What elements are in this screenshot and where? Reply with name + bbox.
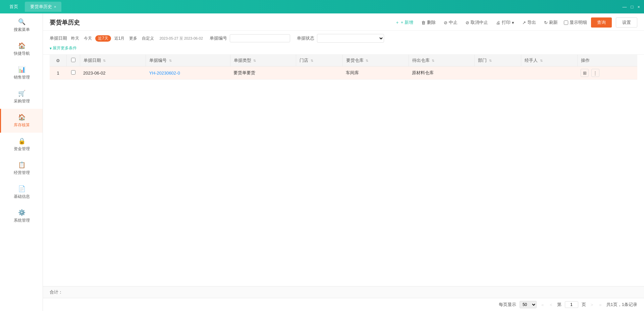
doc-number-filter-group: 单据编号 bbox=[210, 34, 290, 42]
sidebar-item-inventory[interactable]: 🏠 库存核算 bbox=[0, 109, 43, 133]
cancel-stop-button[interactable]: ⊘ 取消中止 bbox=[464, 18, 490, 27]
table-header-row: ⚙ 单据日期 ⇅ 单据编号 ⇅ bbox=[50, 55, 637, 66]
sidebar-item-purchase[interactable]: 🛒 采购管理 bbox=[0, 85, 43, 109]
col-department-sort-icon[interactable]: ⇅ bbox=[489, 59, 492, 62]
col-req-warehouse-sort-icon[interactable]: ⇅ bbox=[366, 59, 368, 62]
col-doc-date-label: 单据日期 bbox=[84, 58, 101, 63]
stop-button[interactable]: ⊘ 中止 bbox=[442, 18, 460, 27]
sidebar-item-finance[interactable]: 🔒 资金管理 bbox=[0, 133, 43, 157]
sidebar-item-search-menu-label: 搜索菜单 bbox=[14, 27, 30, 33]
refresh-label: 刷新 bbox=[549, 19, 558, 26]
date-today[interactable]: 今天 bbox=[83, 35, 93, 42]
col-doc-type-sort-icon[interactable]: ⇅ bbox=[253, 59, 256, 62]
filter-row-1: 单据日期 昨天 今天 近7天 近1月 更多 自定义 2023-05-27 至 2… bbox=[50, 34, 637, 43]
date-week[interactable]: 近7天 bbox=[95, 35, 111, 42]
doc-status-select[interactable] bbox=[317, 34, 384, 43]
page-size-select[interactable]: 10 20 50 100 bbox=[520, 301, 537, 308]
doc-number-label: 单据编号 bbox=[210, 35, 227, 41]
col-handler-sort-icon[interactable]: ⇅ bbox=[540, 59, 543, 62]
sidebar-item-quick-nav-label: 快捷导航 bbox=[14, 51, 30, 56]
col-req-warehouse: 要货仓库 ⇅ bbox=[342, 55, 409, 66]
refresh-button[interactable]: ↻ 刷新 bbox=[542, 18, 560, 27]
sidebar-item-search-menu[interactable]: 🔍 搜索菜单 bbox=[0, 13, 43, 37]
page-number-input[interactable] bbox=[565, 301, 578, 308]
new-button[interactable]: ＋ + 新增 bbox=[393, 18, 415, 27]
sidebar-item-operations[interactable]: 📋 经营管理 bbox=[0, 157, 43, 180]
row-view-btn[interactable]: ⊞ bbox=[581, 69, 589, 77]
date-yesterday[interactable]: 昨天 bbox=[70, 35, 80, 42]
sidebar-item-sales[interactable]: 📊 销售管理 bbox=[0, 61, 43, 85]
col-department-label: 部门 bbox=[478, 58, 487, 63]
row-more-btn[interactable]: ⋮ bbox=[591, 69, 599, 77]
basic-info-icon: 📄 bbox=[18, 185, 25, 192]
tab-home[interactable]: 首页 bbox=[4, 2, 23, 12]
cancel-stop-icon: ⊘ bbox=[466, 20, 469, 25]
sidebar-item-quick-nav[interactable]: 🏠 快捷导航 bbox=[0, 37, 43, 61]
sidebar-item-basic-info[interactable]: 📄 基础信息 bbox=[0, 180, 43, 204]
row-handler bbox=[521, 66, 577, 80]
tab-active[interactable]: 要货单历史 × bbox=[25, 2, 61, 12]
display-detail-toggle[interactable]: 显示明细 bbox=[564, 19, 587, 26]
filter-area: 单据日期 昨天 今天 近7天 近1月 更多 自定义 2023-05-27 至 2… bbox=[43, 31, 644, 55]
date-shortcuts: 昨天 今天 近7天 近1月 更多 自定义 bbox=[70, 35, 155, 42]
delete-button[interactable]: 🗑 删除 bbox=[419, 18, 438, 27]
col-store: 门店 ⇅ bbox=[296, 55, 342, 66]
select-all-checkbox[interactable] bbox=[71, 58, 75, 62]
tab-close-icon[interactable]: × bbox=[54, 5, 56, 9]
col-checkbox bbox=[66, 55, 80, 66]
page-jump-label: 第 bbox=[557, 302, 561, 308]
col-handler-label: 经手人 bbox=[525, 58, 538, 63]
date-month[interactable]: 近1月 bbox=[113, 35, 126, 42]
print-icon: 🖨 bbox=[496, 20, 500, 25]
col-operations-label: 操作 bbox=[581, 58, 590, 63]
export-button[interactable]: ↗ 导出 bbox=[520, 18, 538, 27]
print-button[interactable]: 🖨 打印 ▾ bbox=[494, 18, 516, 27]
doc-number-link[interactable]: YH-20230602-0 bbox=[149, 71, 180, 76]
close-btn[interactable]: × bbox=[637, 4, 640, 9]
row-operations: ⊞ ⋮ bbox=[577, 66, 637, 80]
minimize-btn[interactable]: — bbox=[623, 4, 627, 9]
col-doc-number: 单据编号 ⇅ bbox=[146, 55, 230, 66]
date-custom[interactable]: 自定义 bbox=[141, 35, 155, 42]
quick-nav-icon: 🏠 bbox=[18, 42, 25, 49]
first-page-btn[interactable]: « bbox=[540, 302, 545, 308]
doc-number-input[interactable] bbox=[230, 34, 290, 42]
stop-icon: ⊘ bbox=[444, 20, 447, 25]
last-page-btn[interactable]: » bbox=[598, 302, 603, 308]
doc-status-label: 单据状态 bbox=[297, 35, 314, 41]
next-page-btn[interactable]: > bbox=[589, 302, 595, 308]
query-button[interactable]: 查询 bbox=[591, 17, 612, 28]
print-label: 打印 bbox=[502, 19, 511, 26]
settings-gear-icon[interactable]: ⚙ bbox=[56, 58, 60, 63]
sidebar-item-finance-label: 资金管理 bbox=[14, 146, 30, 152]
col-pending-warehouse: 待出仓库 ⇅ bbox=[409, 55, 475, 66]
row-doc-number: YH-20230602-0 bbox=[146, 66, 230, 80]
col-department: 部门 ⇅ bbox=[475, 55, 521, 66]
operations-icon: 📋 bbox=[18, 161, 25, 169]
finance-icon: 🔒 bbox=[18, 137, 25, 145]
row-doc-type: 要货单要货 bbox=[230, 66, 296, 80]
prev-page-btn[interactable]: < bbox=[548, 302, 554, 308]
sales-icon: 📊 bbox=[18, 66, 25, 73]
window-controls: — □ × bbox=[623, 4, 640, 9]
new-label: + 新增 bbox=[401, 19, 413, 26]
sidebar-item-system[interactable]: ⚙️ 系统管理 bbox=[0, 204, 43, 228]
date-more[interactable]: 更多 bbox=[128, 35, 139, 42]
sidebar-item-basic-info-label: 基础信息 bbox=[14, 194, 30, 199]
maximize-btn[interactable]: □ bbox=[631, 4, 634, 9]
page-label: 页 bbox=[582, 302, 586, 308]
content-area: 要货单历史 ＋ + 新增 🗑 删除 ⊘ 中止 ⊘ 取消中止 bbox=[43, 13, 644, 311]
col-doc-date-sort-icon[interactable]: ⇅ bbox=[103, 59, 106, 62]
settings-button[interactable]: 设置 bbox=[616, 17, 637, 28]
table-row: 1 2023-06-02 YH-20230602-0 要货单要货 车间库 原材料… bbox=[50, 66, 637, 80]
col-store-sort-icon[interactable]: ⇅ bbox=[311, 59, 313, 62]
expand-more-btn[interactable]: ▾ 展开更多条件 bbox=[50, 45, 637, 51]
print-chevron-icon: ▾ bbox=[512, 20, 514, 25]
row-select-checkbox[interactable] bbox=[71, 70, 75, 75]
tab-active-label: 要货单历史 bbox=[30, 4, 52, 10]
col-pending-warehouse-sort-icon[interactable]: ⇅ bbox=[432, 59, 434, 62]
col-doc-number-sort-icon[interactable]: ⇅ bbox=[169, 59, 172, 62]
toolbar: ＋ + 新增 🗑 删除 ⊘ 中止 ⊘ 取消中止 🖨 打印 bbox=[393, 17, 637, 28]
display-detail-checkbox[interactable] bbox=[564, 20, 568, 25]
row-num: 1 bbox=[50, 66, 66, 80]
